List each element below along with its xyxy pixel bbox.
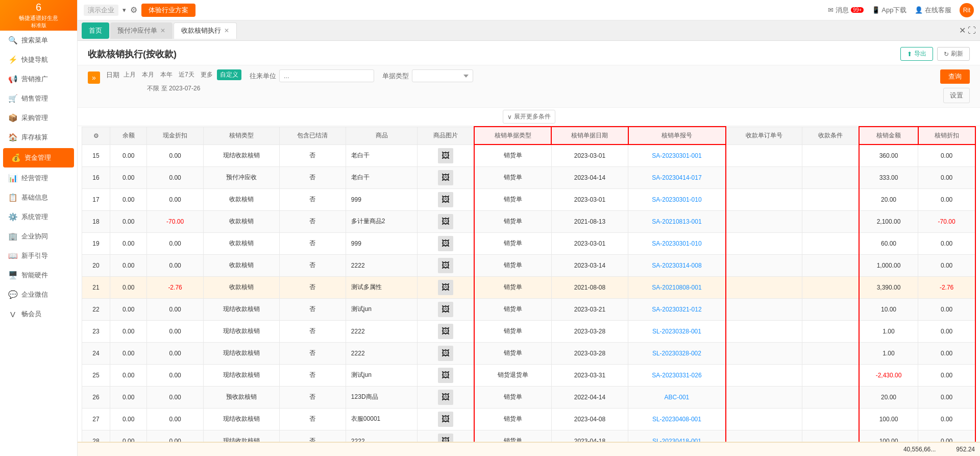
settings-button[interactable]: 设置 — [943, 88, 970, 103]
sidebar-item-inventory[interactable]: 🏠库存核算 — [0, 128, 77, 147]
voucher-bill-link[interactable]: SL-20230328-002 — [652, 350, 701, 357]
cell-voucher-bill-no[interactable]: SL-20230328-002 — [628, 342, 726, 364]
sidebar-item-finance[interactable]: 💰资金管理 — [3, 148, 74, 167]
message-badge[interactable]: ✉ 消息 99+ — [828, 6, 864, 15]
cell-voucher-bill-no[interactable]: SA-20230301-010 — [628, 232, 726, 254]
table-row: 25 0.00 0.00 现结收款核销 否 测试jun 🖼 销货退货单 2023… — [82, 364, 976, 386]
tab-verify-close[interactable]: ✕ — [224, 27, 229, 34]
cell-voucher-bill-no[interactable]: SA-20230314-008 — [628, 254, 726, 276]
online-service[interactable]: 👤 在线客服 — [915, 6, 951, 15]
tab-prepay[interactable]: 预付冲应付单 ✕ — [110, 22, 173, 39]
cell-voucher-bill-type: 销货单 — [474, 188, 551, 210]
date-7-days[interactable]: 近7天 — [177, 69, 197, 80]
cell-voucher-bill-date: 2023-04-08 — [551, 408, 628, 430]
tab-home[interactable]: 首页 — [82, 22, 109, 39]
voucher-bill-link[interactable]: SA-20230301-010 — [652, 240, 701, 247]
sidebar-item-search[interactable]: 🔍搜索菜单 — [0, 31, 77, 50]
cell-verify-amount: 20.00 — [859, 188, 918, 210]
voucher-bill-link[interactable]: SL-20230418-001 — [652, 438, 701, 442]
cell-receipt-order-no — [726, 145, 802, 166]
sidebar-menu: 🔍搜索菜单⚡快捷导航📢营销推广🛒销售管理📦采购管理🏠库存核算💰资金管理📊经营管理… — [0, 31, 77, 456]
date-more[interactable]: 更多 — [199, 69, 215, 80]
voucher-bill-link[interactable]: SA-20210808-001 — [652, 284, 701, 291]
partner-filter: 往来单位 — [250, 69, 374, 82]
tab-close-all-button[interactable]: ✕ — [959, 26, 966, 35]
cell-goods: 999 — [346, 188, 418, 210]
table-row: 21 0.00 -2.76 收款核销 否 测试多属性 🖼 销货单 2021-08… — [82, 276, 976, 298]
voucher-bill-link[interactable]: SL-20230408-001 — [652, 416, 701, 423]
guide-icon: 📖 — [8, 251, 17, 260]
cell-goods-img: 🖼 — [418, 298, 474, 320]
date-last-month[interactable]: 上月 — [121, 69, 138, 80]
voucher-bill-link[interactable]: SA-20230301-001 — [652, 152, 701, 159]
date-custom[interactable]: 自定义 — [217, 69, 241, 80]
date-this-month[interactable]: 本月 — [140, 69, 156, 80]
sidebar-item-purchase[interactable]: 📦采购管理 — [0, 108, 77, 128]
table-row: 27 0.00 0.00 现结收款核销 否 衣服00001 🖼 销货单 2023… — [82, 408, 976, 430]
voucher-bill-link[interactable]: SA-20230314-008 — [652, 262, 701, 269]
voucher-bill-link[interactable]: SA-20230414-017 — [652, 174, 701, 181]
partner-input[interactable] — [279, 69, 374, 82]
cell-voucher-bill-date: 2023-03-01 — [551, 188, 628, 210]
cell-voucher-bill-no[interactable]: SA-20230331-026 — [628, 364, 726, 386]
tab-maximize-button[interactable]: ⛶ — [968, 26, 976, 35]
cell-voucher-bill-no[interactable]: ABC-001 — [628, 386, 726, 408]
voucher-type-label: 单据类型 — [382, 71, 409, 81]
sidebar-item-marketing[interactable]: 📢营销推广 — [0, 69, 77, 89]
cell-voucher-bill-no[interactable]: SA-20230301-001 — [628, 145, 726, 166]
cell-voucher-bill-no[interactable]: SA-20210808-001 — [628, 276, 726, 298]
cell-voucher-bill-no[interactable]: SA-20210813-001 — [628, 210, 726, 232]
cell-voucher-bill-date: 2023-03-01 — [551, 145, 628, 166]
sidebar-item-system[interactable]: ⚙️系统管理 — [0, 207, 77, 227]
tab-prepay-close[interactable]: ✕ — [160, 27, 165, 34]
cell-cash-discount: 0.00 — [147, 188, 204, 210]
user-avatar[interactable]: Rit — [960, 3, 974, 17]
cell-voucher-bill-no[interactable]: SL-20230328-001 — [628, 320, 726, 342]
voucher-bill-link[interactable]: ABC-001 — [665, 394, 690, 401]
voucher-bill-link[interactable]: SL-20230328-001 — [652, 328, 701, 335]
cell-verify-discount: 0.00 — [918, 386, 975, 408]
cell-cash-discount: -70.00 — [147, 210, 204, 232]
sidebar-item-guide[interactable]: 📖新手引导 — [0, 246, 77, 266]
cell-balance: 0.00 — [110, 145, 147, 166]
voucher-bill-link[interactable]: SA-20230321-012 — [652, 306, 701, 313]
sidebar-item-quick-nav[interactable]: ⚡快捷导航 — [0, 50, 77, 69]
app-download[interactable]: 📱 App下载 — [872, 6, 906, 15]
expand-more-button[interactable]: ∨ 展开更多条件 — [503, 110, 555, 124]
sidebar-item-wechat[interactable]: 💬企业微信 — [0, 285, 77, 304]
cell-cash-discount: 0.00 — [147, 166, 204, 188]
refresh-button[interactable]: ↻ 刷新 — [937, 47, 970, 61]
sidebar-item-corp[interactable]: 🏢企业协同 — [0, 227, 77, 246]
cell-voucher-bill-no[interactable]: SL-20230408-001 — [628, 408, 726, 430]
export-button[interactable]: ⬆ 导出 — [900, 47, 933, 61]
date-this-year[interactable]: 本年 — [158, 69, 175, 80]
cell-receipt-condition — [802, 254, 859, 276]
cell-verify-amount: 1.00 — [859, 342, 918, 364]
voucher-type-select[interactable] — [412, 69, 473, 82]
cell-voucher-bill-no[interactable]: SA-20230414-017 — [628, 166, 726, 188]
table-row: 17 0.00 0.00 收款核销 否 999 🖼 销货单 2023-03-01… — [82, 188, 976, 210]
dropdown-arrow-icon[interactable]: ▾ — [122, 6, 126, 14]
cell-voucher-bill-type: 销货单 — [474, 276, 551, 298]
tab-verify[interactable]: 收款核销执行 ✕ — [174, 22, 237, 39]
voucher-bill-link[interactable]: SA-20210813-001 — [652, 218, 701, 225]
trial-button[interactable]: 体验行业方案 — [141, 4, 195, 17]
cell-verify-discount: 0.00 — [918, 145, 975, 166]
sidebar-label-purchase: 采购管理 — [21, 113, 48, 123]
voucher-bill-link[interactable]: SA-20230331-026 — [652, 372, 701, 379]
cell-verify-type: 现结收款核销 — [203, 145, 279, 166]
col-settings[interactable]: ⚙ — [82, 127, 110, 145]
cell-voucher-bill-no[interactable]: SA-20230301-010 — [628, 188, 726, 210]
sidebar-item-sales[interactable]: 🛒销售管理 — [0, 89, 77, 108]
cell-voucher-bill-no[interactable]: SA-20230321-012 — [628, 298, 726, 320]
sidebar-item-operations[interactable]: 📊经营管理 — [0, 169, 77, 188]
cell-voucher-bill-no[interactable]: SL-20230418-001 — [628, 430, 726, 442]
sidebar-item-hardware[interactable]: 🖥️智能硬件 — [0, 266, 77, 285]
voucher-bill-link[interactable]: SA-20230301-010 — [652, 196, 701, 203]
filter-toggle-button[interactable]: » — [88, 71, 100, 84]
col-goods-img: 商品图片 — [418, 127, 474, 145]
sidebar-item-member[interactable]: V畅会员 — [0, 304, 77, 324]
query-button[interactable]: 查询 — [940, 69, 970, 84]
gear-icon[interactable]: ⚙ — [130, 5, 137, 15]
sidebar-item-basic[interactable]: 📋基础信息 — [0, 188, 77, 207]
